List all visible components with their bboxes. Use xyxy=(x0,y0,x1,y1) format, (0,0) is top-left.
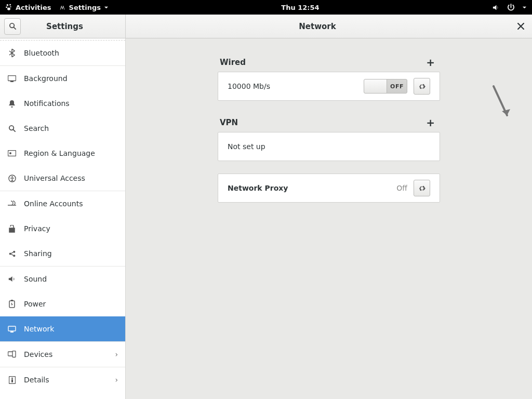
wired-section-header: Wired + xyxy=(218,53,440,72)
svg-rect-22 xyxy=(10,331,14,332)
power-icon[interactable] xyxy=(507,4,515,11)
sidebar-item-notifications[interactable]: Notifications xyxy=(0,91,125,116)
chevron-down-icon xyxy=(104,5,109,10)
svg-rect-20 xyxy=(11,300,13,301)
online-accounts-icon xyxy=(7,200,17,207)
vpn-status: Not set up xyxy=(228,142,265,151)
sharing-icon xyxy=(7,250,17,258)
sidebar-item-universal-access[interactable]: Universal Access xyxy=(0,166,125,191)
sidebar-item-label: Online Accounts xyxy=(24,200,83,208)
svg-point-18 xyxy=(13,255,15,257)
wired-settings-button[interactable] xyxy=(414,78,430,95)
svg-rect-21 xyxy=(8,326,16,331)
sidebar-item-label: Sound xyxy=(24,275,47,283)
page-title: Network xyxy=(126,22,509,31)
toggle-label: OFF xyxy=(387,83,407,90)
add-vpn-button[interactable]: + xyxy=(423,116,438,129)
wired-heading: Wired xyxy=(220,58,246,67)
wired-toggle[interactable]: OFF xyxy=(364,79,407,94)
sound-icon xyxy=(7,275,17,283)
sidebar-item-online-accounts[interactable]: Online Accounts xyxy=(0,191,125,216)
sidebar-item-label: Region & Language xyxy=(24,149,95,157)
svg-point-16 xyxy=(9,252,11,255)
svg-point-3 xyxy=(10,6,11,7)
sidebar-title: Settings xyxy=(25,22,104,31)
sidebar-item-sound[interactable]: Sound xyxy=(0,267,125,291)
sidebar-item-label: Background xyxy=(24,74,68,83)
svg-line-10 xyxy=(13,129,15,131)
sidebar-item-devices[interactable]: Devices › xyxy=(0,342,125,367)
gear-icon xyxy=(418,83,426,90)
close-button[interactable] xyxy=(509,23,532,30)
add-wired-button[interactable]: + xyxy=(423,56,438,69)
sidebar-item-label: Notifications xyxy=(24,99,70,108)
sidebar-item-bluetooth[interactable]: Bluetooth xyxy=(0,41,125,65)
sidebar-item-region-language[interactable]: Region & Language xyxy=(0,141,125,166)
proxy-status: Off xyxy=(396,184,407,192)
svg-point-2 xyxy=(6,7,7,8)
network-page: Wired + 10000 Mb/s OFF xyxy=(126,38,532,399)
app-menu-label: Settings xyxy=(69,4,101,11)
sidebar-item-network[interactable]: Network xyxy=(0,316,125,341)
system-menu-chevron-icon[interactable] xyxy=(522,5,527,10)
svg-line-6 xyxy=(14,27,16,29)
gear-icon xyxy=(418,184,426,192)
wired-speed: 10000 Mb/s xyxy=(228,82,270,90)
chevron-right-icon: › xyxy=(115,350,118,358)
power-icon xyxy=(7,300,17,308)
region-icon xyxy=(7,150,17,156)
svg-line-28 xyxy=(494,86,507,115)
chevron-right-icon: › xyxy=(115,376,118,384)
svg-point-0 xyxy=(7,4,9,6)
gnome-top-bar: Activities Settings Thu 12:54 xyxy=(0,0,532,15)
clock-label: Thu 12:54 xyxy=(281,4,319,11)
sidebar-item-search[interactable]: Search xyxy=(0,116,125,141)
svg-point-17 xyxy=(13,250,15,252)
sidebar-item-label: Network xyxy=(24,325,54,333)
vpn-card: Not set up xyxy=(218,132,440,161)
search-icon xyxy=(9,22,17,30)
network-icon xyxy=(7,326,17,332)
sidebar-item-label: Privacy xyxy=(24,224,50,233)
search-button[interactable] xyxy=(4,18,21,35)
sidebar-item-label: Devices xyxy=(24,350,52,358)
vpn-section-header: VPN + xyxy=(218,113,440,132)
accessibility-icon xyxy=(7,175,17,182)
svg-rect-15 xyxy=(9,228,15,232)
svg-point-1 xyxy=(9,4,11,6)
details-icon xyxy=(7,376,17,384)
proxy-label: Network Proxy xyxy=(228,184,288,192)
sidebar-item-label: Search xyxy=(24,124,49,132)
clock[interactable]: Thu 12:54 xyxy=(114,4,487,11)
svg-rect-27 xyxy=(11,379,13,382)
search-icon xyxy=(7,125,17,132)
svg-marker-29 xyxy=(502,109,510,115)
svg-point-4 xyxy=(7,7,10,10)
activities-button[interactable]: Activities xyxy=(5,4,51,11)
svg-point-12 xyxy=(9,152,11,154)
devices-icon xyxy=(7,351,17,358)
sidebar-item-details[interactable]: Details › xyxy=(0,367,125,392)
vpn-heading: VPN xyxy=(220,118,238,127)
gnome-logo-icon xyxy=(5,4,12,11)
activities-label: Activities xyxy=(16,4,51,11)
volume-icon[interactable] xyxy=(492,4,500,11)
sidebar-item-label: Power xyxy=(24,300,46,308)
svg-rect-24 xyxy=(12,351,16,357)
window-headerbar: Settings Network xyxy=(0,15,532,38)
sidebar-item-power[interactable]: Power xyxy=(0,291,125,316)
sidebar-item-label: Sharing xyxy=(24,249,52,258)
sidebar-item-sharing[interactable]: Sharing xyxy=(0,241,125,266)
sidebar-item-background[interactable]: Background xyxy=(0,66,125,91)
app-menu[interactable]: Settings xyxy=(59,4,109,11)
sidebar-item-label: Universal Access xyxy=(24,174,85,182)
bluetooth-icon xyxy=(7,49,17,57)
proxy-settings-button[interactable] xyxy=(414,180,430,196)
svg-rect-11 xyxy=(8,151,16,156)
background-icon xyxy=(7,75,17,82)
bell-icon xyxy=(7,100,17,108)
settings-sidebar: Bluetooth Background Notifications Searc… xyxy=(0,38,126,399)
proxy-card[interactable]: Network Proxy Off xyxy=(218,174,440,203)
sidebar-item-privacy[interactable]: Privacy xyxy=(0,216,125,241)
sidebar-item-label: Details xyxy=(24,376,49,384)
